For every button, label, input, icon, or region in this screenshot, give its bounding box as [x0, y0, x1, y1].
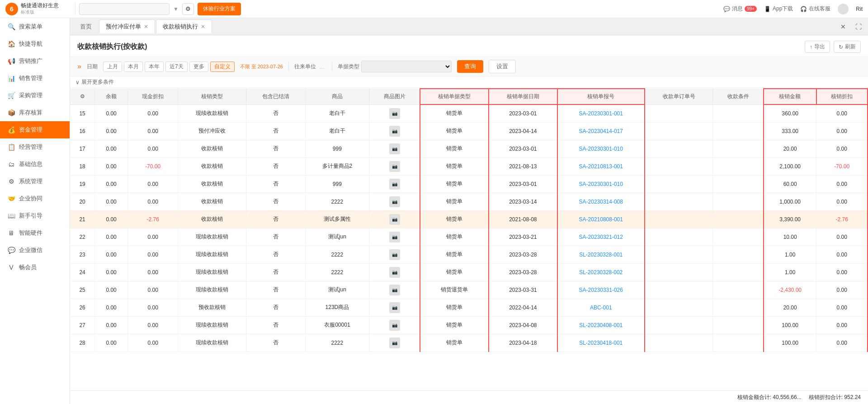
- export-button[interactable]: ↑ 导出: [805, 41, 830, 53]
- row-cash-discount: 0.00: [127, 105, 178, 122]
- row-writeoff-bill-date: 2023-03-28: [489, 263, 557, 281]
- expand-more-btn[interactable]: ∨ 展开更多条件: [70, 76, 868, 88]
- sidebar-item-guide[interactable]: 📖 新手引导: [0, 207, 70, 224]
- sidebar-item-member[interactable]: V 畅会员: [0, 259, 70, 276]
- bill-no-link[interactable]: SL-20230328-001: [579, 252, 623, 258]
- row-included-settled: 否: [246, 140, 305, 157]
- filter-expand-btn[interactable]: »: [77, 62, 81, 71]
- row-writeoff-bill-date: 2023-03-01: [489, 175, 557, 193]
- bill-no-link[interactable]: SA-20230321-012: [579, 234, 623, 240]
- row-receipt-condition: [713, 263, 764, 281]
- receipt-type-select[interactable]: [361, 61, 452, 72]
- window-maximize-button[interactable]: ⛶: [853, 21, 864, 33]
- refresh-button[interactable]: ↻ 刷新: [834, 41, 861, 53]
- bill-no-link[interactable]: SA-20230301-001: [579, 110, 623, 117]
- row-writeoff-type: 现续收款核销: [178, 263, 246, 281]
- table-row: 25 0.00 0.00 现续收款核销 否 测试jun 📷 销货退货单 2023…: [70, 281, 868, 299]
- tab-close-icon[interactable]: ✕: [144, 24, 148, 30]
- tab-collection[interactable]: 收款核销执行 ✕: [156, 19, 212, 33]
- this-year-btn[interactable]: 本年: [145, 62, 164, 72]
- th-goods-image: 商品图片: [369, 89, 420, 105]
- row-writeoff-bill-type: 销货单: [420, 105, 489, 122]
- search-input[interactable]: [79, 3, 170, 15]
- window-close-button[interactable]: ✕: [837, 21, 849, 33]
- sidebar-item-finance[interactable]: 💰 资金管理: [0, 121, 70, 138]
- bill-no-link[interactable]: SA-20230314-008: [579, 199, 623, 205]
- th-receipt-order-no: 收款单订单号: [645, 89, 713, 105]
- more-btn[interactable]: 更多: [189, 62, 208, 72]
- goods-image-cell: 📷: [369, 105, 420, 122]
- row-receipt-order-no: [645, 210, 713, 228]
- message-item[interactable]: 💬 消息 99+: [723, 5, 757, 13]
- avatar[interactable]: [838, 4, 849, 14]
- bill-no-link[interactable]: SA-20230414-017: [579, 128, 623, 134]
- sidebar-item-enterprise[interactable]: 🤝 企业协同: [0, 190, 70, 207]
- last-7-days-btn[interactable]: 近7天: [165, 62, 188, 72]
- sidebar-item-search[interactable]: 🔍 搜索菜单: [0, 18, 70, 35]
- row-balance: 0.00: [95, 140, 128, 157]
- this-month-btn[interactable]: 本月: [124, 62, 143, 72]
- row-goods: 2222: [305, 263, 369, 281]
- row-writeoff-bill-no: SA-20230314-008: [557, 193, 645, 210]
- bill-no-link[interactable]: SA-20230331-026: [579, 287, 623, 293]
- row-writeoff-discount: 0.00: [816, 228, 868, 246]
- bill-no-link[interactable]: SA-20230301-010: [579, 146, 623, 152]
- row-receipt-condition: [713, 334, 764, 352]
- row-writeoff-bill-date: 2023-04-14: [489, 122, 557, 140]
- custom-date-btn[interactable]: 自定义: [210, 62, 235, 72]
- row-writeoff-bill-type: 销货单: [420, 175, 489, 193]
- row-cash-discount: 0.00: [127, 281, 178, 299]
- app-download-item[interactable]: 📱 App下载: [764, 5, 793, 13]
- sidebar-item-label: 智能硬件: [19, 229, 42, 237]
- row-writeoff-type: 现续收款核销: [178, 105, 246, 122]
- sidebar-item-operations[interactable]: 📋 经营管理: [0, 138, 70, 156]
- row-included-settled: 否: [246, 175, 305, 193]
- bill-no-link[interactable]: SA-20210813-001: [579, 163, 623, 170]
- th-settings-icon[interactable]: ⚙: [70, 89, 95, 105]
- tab-prepay[interactable]: 预付冲应付单 ✕: [99, 19, 155, 33]
- row-included-settled: 否: [246, 281, 305, 299]
- row-included-settled: 否: [246, 210, 305, 228]
- industry-button[interactable]: 休验行业方案: [198, 3, 241, 15]
- bill-no-link[interactable]: SL-20230408-001: [579, 322, 623, 328]
- bill-no-link[interactable]: SL-20230418-001: [579, 340, 623, 346]
- goods-image-cell: 📷: [369, 193, 420, 210]
- bill-no-link[interactable]: SL-20230328-002: [579, 269, 623, 276]
- row-writeoff-bill-no: SA-20230414-017: [557, 122, 645, 140]
- table-container: ⚙ 余额 现金折扣 核销类型 包含已结清 商品 商品图片 核销单据类型 核销单据…: [70, 88, 868, 390]
- query-button[interactable]: 查询: [457, 60, 483, 73]
- page-header: 收款核销执行(按收款) ↑ 导出 ↻ 刷新: [70, 35, 868, 57]
- sidebar-item-wechat[interactable]: 💬 企业微信: [0, 242, 70, 259]
- bill-no-link[interactable]: SA-20230301-010: [579, 181, 623, 187]
- row-receipt-order-no: [645, 157, 713, 175]
- cart-icon: 🛒: [7, 91, 15, 100]
- row-idx: 15: [70, 105, 95, 122]
- wechat-icon: 💬: [7, 246, 15, 254]
- sidebar-item-quicknav[interactable]: 🏠 快捷导航: [0, 35, 70, 52]
- sidebar-item-sales[interactable]: 📊 销售管理: [0, 70, 70, 87]
- row-receipt-order-no: [645, 263, 713, 281]
- sidebar-item-hardware[interactable]: 🖥 智能硬件: [0, 224, 70, 242]
- th-receipt-condition: 收款条件: [713, 89, 764, 105]
- settings-button[interactable]: 设置: [489, 60, 516, 73]
- bill-no-link[interactable]: SA-20210808-001: [579, 216, 623, 223]
- last-month-btn[interactable]: 上月: [103, 62, 122, 72]
- guide-icon: 📖: [7, 212, 15, 220]
- table-row: 27 0.00 0.00 现续收款核销 否 衣服00001 📷 销货单 2023…: [70, 316, 868, 334]
- tab-home[interactable]: 首页: [74, 20, 98, 33]
- sidebar-item-basic[interactable]: 🗂 基础信息: [0, 156, 70, 173]
- goods-image-cell: 📷: [369, 175, 420, 193]
- sidebar-item-purchase[interactable]: 🛒 采购管理: [0, 87, 70, 104]
- row-writeoff-bill-no: SA-20230301-010: [557, 140, 645, 157]
- service-item[interactable]: 🎧 在线客服: [800, 5, 830, 13]
- bill-no-link[interactable]: ABC-001: [590, 304, 612, 311]
- row-receipt-condition: [713, 122, 764, 140]
- row-receipt-order-no: [645, 193, 713, 210]
- tab-close-icon[interactable]: ✕: [201, 24, 205, 30]
- sidebar-item-marketing[interactable]: 📢 营销推广: [0, 52, 70, 70]
- row-balance: 0.00: [95, 263, 128, 281]
- gear-button[interactable]: ⚙: [182, 3, 194, 15]
- sidebar-item-inventory[interactable]: 📦 库存核算: [0, 104, 70, 121]
- sidebar-item-system[interactable]: ⚙ 系统管理: [0, 173, 70, 190]
- row-writeoff-bill-type: 销货单: [420, 228, 489, 246]
